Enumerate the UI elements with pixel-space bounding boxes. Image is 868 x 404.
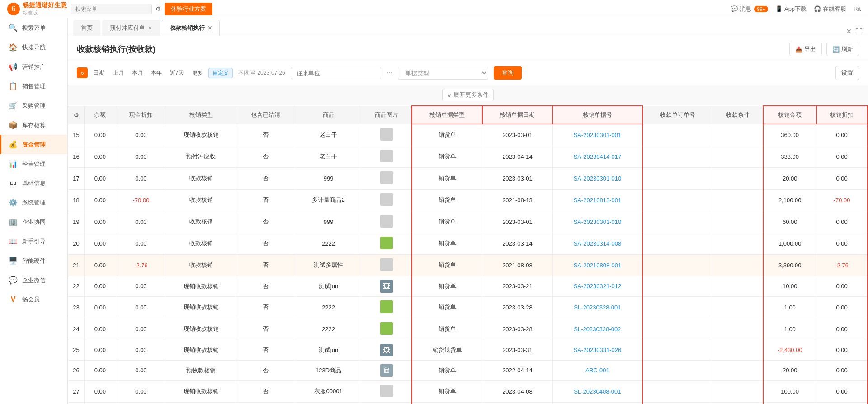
- cell-id: 21: [68, 254, 85, 276]
- bill-no-link[interactable]: SA-20230414-017: [574, 153, 622, 160]
- search-input[interactable]: [71, 4, 152, 14]
- sidebar: 🔍 搜索菜单 🏠 快捷导航 📢 营销推广 📋 销售管理 🛒 采购管理 📦 库存核…: [0, 18, 68, 404]
- industry-button[interactable]: 休验行业方案: [165, 3, 212, 15]
- tab-prepay[interactable]: 预付冲应付单 ✕: [102, 20, 160, 36]
- party-filter-input[interactable]: [291, 67, 381, 79]
- cell-balance: 0.00: [85, 167, 116, 189]
- table-row: 27 0.00 0.00 现销收款核销 否 衣服00001 销货单 2023-0…: [68, 380, 868, 402]
- headset-icon: 🎧: [814, 5, 821, 12]
- sidebar-item-system[interactable]: ⚙️ 系统管理: [0, 193, 67, 212]
- cell-bill-no: SA-20230331-026: [552, 340, 642, 360]
- sidebar-item-purchase[interactable]: 🛒 采购管理: [0, 96, 67, 115]
- settings-button[interactable]: 设置: [835, 66, 859, 80]
- refresh-icon: 🔄: [832, 46, 840, 53]
- th-verify-amount: 核销金额: [763, 106, 816, 124]
- gear-icon[interactable]: ⚙: [156, 5, 161, 12]
- cell-receipt-order-no: [642, 254, 712, 276]
- bill-no-link[interactable]: SA-20210808-001: [574, 262, 622, 269]
- cell-id: 18: [68, 189, 85, 211]
- filter-this-year[interactable]: 本年: [148, 68, 165, 78]
- refresh-button[interactable]: 🔄 刷新: [826, 43, 859, 56]
- sidebar-item-label: 销售管理: [22, 82, 46, 90]
- bill-no-link[interactable]: SA-20230301-001: [574, 132, 622, 138]
- sidebar-item-marketing[interactable]: 📢 营销推广: [0, 57, 67, 76]
- bill-no-link[interactable]: SL-20230408-001: [574, 388, 621, 395]
- cell-balance: 0.00: [85, 146, 116, 167]
- sidebar-item-finance[interactable]: 💰 资金管理: [0, 135, 67, 154]
- page-title: 收款核销执行(按收款): [77, 44, 156, 55]
- cell-include-settled: 否: [236, 296, 296, 318]
- sidebar-item-quick-nav[interactable]: 🏠 快捷导航: [0, 38, 67, 57]
- maximize-icon[interactable]: ⛶: [855, 28, 863, 36]
- online-support-group[interactable]: 🎧 在线客服: [814, 5, 846, 13]
- cell-verify-discount: -2.76: [816, 254, 868, 276]
- bill-no-link[interactable]: SA-20230301-010: [574, 219, 622, 225]
- sidebar-item-label: 快捷导航: [22, 43, 46, 52]
- query-button[interactable]: 查询: [494, 66, 522, 80]
- sidebar-item-guide[interactable]: 📖 新手引导: [0, 232, 67, 251]
- user-group[interactable]: Rit: [854, 5, 861, 12]
- app-download-group[interactable]: 📱 App下载: [775, 5, 807, 13]
- filter-date-options: 上月 本月 本年 近7天 更多 自定义: [110, 68, 233, 78]
- filter-this-month[interactable]: 本月: [129, 68, 146, 78]
- sidebar-item-member[interactable]: V 畅会员: [0, 290, 67, 309]
- expand-more-button[interactable]: ∨ 展开更多条件: [442, 89, 494, 101]
- cell-product-img: [361, 402, 412, 404]
- cell-product: 老白干: [296, 124, 361, 146]
- message-group[interactable]: 💬 消息 99+: [731, 5, 768, 13]
- tab-collection[interactable]: 收款核销执行 ✕: [162, 20, 220, 36]
- bill-no-link[interactable]: SA-20230321-012: [574, 283, 622, 290]
- filter-custom[interactable]: 自定义: [208, 68, 233, 78]
- cell-product: 老白干: [296, 146, 361, 167]
- cell-balance: 0.00: [85, 340, 116, 360]
- purchase-icon: 🛒: [9, 101, 18, 110]
- th-bill-type: 核销单据类型: [412, 106, 482, 124]
- close-window-icon[interactable]: ✕: [846, 27, 852, 36]
- th-settings[interactable]: ⚙: [68, 106, 85, 124]
- bill-no-link[interactable]: SA-20230314-008: [574, 240, 622, 247]
- filter-last-month[interactable]: 上月: [110, 68, 127, 78]
- cell-bill-type: 销货退货单: [412, 340, 482, 360]
- cell-verify-discount: 0.00: [816, 146, 868, 167]
- bill-no-link[interactable]: SL-20230328-001: [574, 304, 621, 311]
- filter-toggle-button[interactable]: »: [77, 67, 88, 78]
- sidebar-item-basic-info[interactable]: 🗂 基础信息: [0, 174, 67, 193]
- sidebar-item-enterprise[interactable]: 🏢 企业协同: [0, 212, 67, 232]
- filter-7-days[interactable]: 近7天: [167, 68, 187, 78]
- tab-home[interactable]: 首页: [73, 20, 100, 36]
- bill-no-link[interactable]: SA-20230301-010: [574, 175, 622, 182]
- tab-collection-close[interactable]: ✕: [208, 25, 212, 31]
- cell-bill-date: 2023-03-01: [482, 211, 552, 233]
- party-filter-icon[interactable]: ···: [387, 69, 392, 77]
- cell-verify-type: 现销收款核销: [166, 276, 236, 296]
- sidebar-item-sales[interactable]: 📋 销售管理: [0, 76, 67, 96]
- cell-bill-type: 销货单: [412, 146, 482, 167]
- cell-include-settled: 否: [236, 124, 296, 146]
- th-verify-discount: 核销折扣: [816, 106, 868, 124]
- export-button[interactable]: 📤 导出: [789, 43, 822, 56]
- bill-no-link[interactable]: ABC-001: [585, 367, 609, 374]
- cell-verify-amount: 1.00: [763, 318, 816, 340]
- cell-receipt-condition: [712, 296, 764, 318]
- table-header-row: ⚙ 余额 现金折扣 核销类型 包含已结清 商品 商品图片 核销单据类型 核销单据…: [68, 106, 868, 124]
- cell-verify-amount: -2,430.00: [763, 340, 816, 360]
- cell-cash-discount: -2.76: [116, 254, 166, 276]
- bill-no-link[interactable]: SA-20230331-026: [574, 347, 622, 353]
- operations-icon: 📊: [9, 160, 18, 168]
- cell-bill-date: 2022-04-14: [482, 360, 552, 380]
- bill-type-filter-select[interactable]: 单据类型: [398, 67, 488, 80]
- cell-bill-date: 2021-08-13: [482, 189, 552, 211]
- tab-prepay-close[interactable]: ✕: [148, 25, 152, 31]
- sidebar-item-hardware[interactable]: 🖥️ 智能硬件: [0, 251, 67, 271]
- cell-bill-no: SA-20230301-010: [552, 211, 642, 233]
- th-bill-date: 核销单据日期: [482, 106, 552, 124]
- sidebar-item-wechat[interactable]: 💬 企业微信: [0, 271, 67, 290]
- sidebar-item-operations[interactable]: 📊 经营管理: [0, 154, 67, 174]
- bill-no-link[interactable]: SA-20210813-001: [574, 197, 622, 204]
- cell-bill-date: 2023-03-28: [482, 296, 552, 318]
- sidebar-item-inventory[interactable]: 📦 库存核算: [0, 115, 67, 135]
- bill-no-link[interactable]: SL-20230328-002: [574, 326, 621, 333]
- sidebar-item-label: 库存核算: [22, 121, 46, 129]
- sidebar-item-search[interactable]: 🔍 搜索菜单: [0, 18, 67, 38]
- filter-more[interactable]: 更多: [189, 68, 206, 78]
